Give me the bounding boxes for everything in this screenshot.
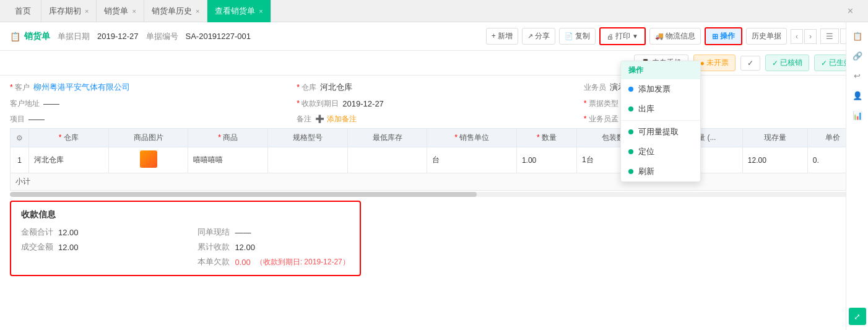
warehouse-value: 河北仓库 — [320, 82, 352, 93]
sidebar-icon-user[interactable]: 👤 — [849, 87, 866, 104]
business-staff-label: * 业务员孟 — [584, 114, 618, 124]
share-button[interactable]: ↗ 分享 — [522, 28, 555, 45]
dropdown-item-refresh[interactable]: 刷新 — [621, 162, 700, 181]
tab-home[interactable]: 首页 — [5, 0, 41, 22]
project-field: 项目 —— — [10, 114, 284, 124]
table-row: 1 河北仓库 嘻嘻嘻嘻 台 1.00 1台 12.00 0. — [11, 147, 858, 173]
cumulative-receipt-row: 累计收款 12.00 — [197, 241, 349, 253]
new-button[interactable]: + 新增 — [486, 28, 518, 45]
subtotal-label: 小计 — [11, 173, 858, 191]
operations-button[interactable]: ⊞ 操作 — [705, 27, 742, 45]
note-label: 备注 — [297, 114, 311, 124]
col-quantity: * 数量 — [516, 129, 576, 147]
list-view-button[interactable]: ☰ — [820, 28, 839, 44]
note-field: 备注 ➕ 添加备注 — [297, 114, 571, 124]
row-min-stock — [347, 147, 427, 173]
row-unit: 台 — [427, 147, 517, 173]
row-product: 嘻嘻嘻嘻 — [188, 147, 268, 173]
nav-prev-button[interactable]: ‹ — [791, 29, 803, 44]
dropdown-item-available-qty[interactable]: 可用量提取 — [621, 122, 700, 142]
due-date-hint: （收款到期日: 2019-12-27） — [256, 257, 350, 267]
same-order-settlement-label: 同单现结 — [197, 227, 230, 238]
warehouse-label: * 仓库 — [297, 82, 316, 93]
copy-button[interactable]: 📄 复制 — [559, 28, 596, 45]
staff-label: 业务员 — [584, 82, 606, 93]
scrollbar-thumb — [10, 192, 477, 197]
close-icon[interactable]: × — [85, 7, 89, 15]
dropdown-item-outbound[interactable]: 出库 — [621, 99, 700, 119]
payment-info-box: 收款信息 金额合计 12.00 同单现结 —— 成交金额 12.00 累计收款 … — [10, 201, 361, 276]
col-warehouse: * 仓库 — [29, 129, 109, 147]
due-date-label: * 收款到期日 — [297, 98, 339, 109]
due-date-value: 2019-12-27 — [342, 99, 384, 108]
history-button[interactable]: 历史单据 — [746, 28, 787, 45]
project-value: —— — [28, 115, 45, 124]
transaction-amount-label: 成交金额 — [21, 241, 53, 253]
print-button[interactable]: 🖨 打印 ▼ — [599, 27, 646, 45]
doc-title: 📋 销货单 — [10, 31, 50, 42]
dot-teal-icon — [628, 106, 633, 111]
cumulative-receipt-value: 12.00 — [235, 243, 255, 252]
sidebar-icon-link[interactable]: 🔗 — [849, 47, 866, 64]
nav-arrows: ‹ › — [791, 29, 817, 44]
tab-view-sales[interactable]: 查看销货单 × — [207, 0, 271, 22]
horizontal-scrollbar[interactable] — [10, 192, 858, 197]
address-value: —— — [43, 99, 59, 108]
col-image: 商品图片 — [108, 129, 188, 147]
row-image — [108, 147, 188, 173]
divider — [621, 120, 700, 121]
data-table: ⚙ * 仓库 商品图片 * 商品 规格型号 最低库存 * 销售单位 * 数量 包… — [10, 128, 858, 191]
close-icon[interactable]: × — [259, 7, 263, 15]
row-spec — [268, 147, 348, 173]
row-num: 1 — [11, 147, 29, 173]
tab-inventory-init[interactable]: 库存期初 × — [41, 0, 97, 22]
customer-value: 柳州粤港平安气体有限公司 — [33, 82, 130, 93]
address-label: 客户地址 — [10, 98, 40, 109]
col-product: * 商品 — [188, 129, 268, 147]
tab-sales-history[interactable]: 销货单历史 × — [144, 0, 207, 22]
sidebar-icon-refresh[interactable]: ↩ — [849, 67, 866, 84]
total-amount-label: 金额合计 — [21, 227, 53, 238]
col-settings: ⚙ — [11, 129, 29, 147]
dropdown-header: 操作 — [621, 61, 700, 79]
row-current-stock: 12.00 — [742, 147, 807, 173]
address-field: 客户地址 —— — [10, 98, 284, 109]
tab-sales-order[interactable]: 销货单 × — [97, 0, 144, 22]
col-current-stock: 现存量 — [742, 129, 807, 147]
window-close-button[interactable]: × — [838, 6, 863, 17]
cumulative-receipt-label: 累计收款 — [197, 241, 230, 253]
row-warehouse: 河北仓库 — [29, 147, 109, 173]
col-spec: 规格型号 — [268, 129, 348, 147]
warehouse-field: * 仓库 河北仓库 — [297, 82, 571, 93]
ticket-type-label: * 票据类型 — [584, 98, 618, 109]
voided-button[interactable]: ✓ 已核销 — [765, 54, 809, 71]
dot-teal-icon-3 — [628, 149, 633, 154]
dot-teal-icon-4 — [628, 169, 633, 174]
sidebar-icon-expand[interactable]: ⤢ — [849, 308, 866, 325]
doc-number-value: SA-20191227-001 — [186, 32, 251, 41]
dot-teal-icon-2 — [628, 129, 633, 134]
total-amount-value: 12.00 — [58, 228, 79, 237]
close-icon[interactable]: × — [132, 7, 136, 15]
logistics-button[interactable]: 🚚 物流信息 — [649, 28, 701, 45]
sidebar-icon-chart[interactable]: 📊 — [849, 106, 866, 124]
operations-dropdown: 操作 添加发票 出库 可用量提取 定位 刷新 — [620, 61, 701, 182]
subtotal-row: 小计 — [11, 173, 858, 191]
customer-label: * 客户 — [10, 82, 30, 93]
close-icon[interactable]: × — [196, 7, 199, 15]
current-order-due-label: 本单欠款 — [197, 256, 230, 267]
dropdown-item-locate[interactable]: 定位 — [621, 142, 700, 162]
add-note-button[interactable]: ➕ 添加备注 — [315, 114, 356, 124]
doc-number-label: 单据编号 — [146, 31, 178, 42]
sidebar-icon-doc[interactable]: 📋 — [849, 27, 866, 45]
nav-next-button[interactable]: › — [804, 29, 817, 44]
dropdown-item-add-invoice[interactable]: 添加发票 — [621, 79, 700, 99]
current-order-due-value: 0.00 — [235, 258, 250, 267]
same-order-settlement-row: 同单现结 —— — [197, 227, 349, 238]
due-date-field: * 收款到期日 2019-12-27 — [297, 98, 571, 109]
col-unit: * 销售单位 — [427, 129, 517, 147]
check-button[interactable]: ✓ — [740, 56, 760, 71]
doc-date-value: 2019-12-27 — [97, 32, 139, 41]
doc-icon: 📋 — [10, 32, 20, 41]
right-sidebar: 📋 🔗 ↩ 👤 📊 ⤢ — [846, 22, 868, 330]
